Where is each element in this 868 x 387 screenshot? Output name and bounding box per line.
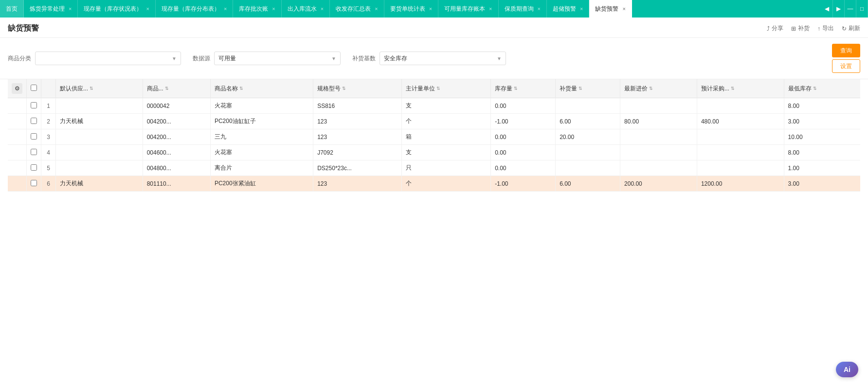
row-checkbox-cell[interactable] [27,176,41,192]
close-tab-available-ledger[interactable]: × [489,6,492,12]
close-tab-inventory-status[interactable]: × [146,6,149,12]
name-sort[interactable]: 商品名称 ⇅ [215,85,309,93]
estimated-purchase-sort[interactable]: 预计采购... ⇅ [701,85,780,93]
row-latest-price-cell [620,98,697,114]
replenish-icon: ⊞ [791,25,796,32]
row-num-cell: 1 [41,98,56,114]
close-tab-expiry-query[interactable]: × [538,6,541,12]
col-checkbox[interactable] [27,79,41,98]
row-name-cell: PC200张紧油缸 [210,176,313,192]
close-tab-batch-account[interactable]: × [272,6,275,12]
latest-price-sort[interactable]: 最新进价 ⇅ [624,85,693,93]
tab-expiry-query[interactable]: 保质期查询 × [499,0,547,18]
datasource-select[interactable]: 可用量 ▼ [214,52,341,65]
arrow-left-btn[interactable]: ◀ [821,0,833,18]
spec-sort[interactable]: 规格型号 ⇅ [317,85,398,93]
close-tab-order-stat[interactable]: × [429,6,432,12]
row-num-cell: 3 [41,129,56,145]
tab-order-stat[interactable]: 要货单统计表 × [384,0,438,18]
replenish-sort[interactable]: 补货量 ⇅ [560,85,616,93]
row-estimated-purchase-cell [697,98,784,114]
ai-badge[interactable]: Ai [836,362,858,377]
latest-price-sort-icon: ⇅ [649,86,653,91]
row-unit-cell: 个 [402,176,491,192]
settings-button[interactable]: 设置 [832,59,860,73]
row-replenish-cell [556,145,620,160]
row-supplier-cell: 力天机械 [56,176,143,192]
row-checkbox-cell[interactable] [27,160,41,176]
arrow-right-btn[interactable]: ▶ [833,0,845,18]
tab-inventory-status[interactable]: 现存量（库存状况表） × [78,0,155,18]
col-supplier[interactable]: 默认供应... ⇅ [56,79,143,98]
row-min-stock-cell: 8.00 [784,145,860,160]
tab-overstock[interactable]: 超储预警 × [547,0,589,18]
row-supplier-cell [56,160,143,176]
row-checkbox-3[interactable] [31,149,37,155]
tab-abnormal[interactable]: 炼货异常处理 × [24,0,78,18]
row-checkbox-4[interactable] [31,164,37,171]
query-button[interactable]: 查询 [832,44,860,57]
row-checkbox-5[interactable] [31,180,37,186]
close-tab-inventory-dist[interactable]: × [224,6,227,12]
row-min-stock-cell: 10.00 [784,129,860,145]
row-min-stock-cell: 3.00 [784,176,860,192]
row-checkbox-cell[interactable] [27,129,41,145]
select-all-checkbox[interactable] [31,85,37,91]
row-checkbox-0[interactable] [31,102,37,108]
tab-available-ledger[interactable]: 可用量库存账本 × [438,0,498,18]
row-checkbox-2[interactable] [31,133,37,140]
row-latest-price-cell: 200.00 [620,176,697,192]
row-spec-cell: DS250*23c... [313,160,402,176]
export-button[interactable]: ↑ 导出 [817,24,834,33]
close-tab-shortage[interactable]: × [622,6,625,12]
col-code[interactable]: 商品... ⇅ [143,79,210,98]
replenish-button[interactable]: ⊞ 补货 [791,24,810,33]
tab-collect-summary[interactable]: 收发存汇总表 × [330,0,384,18]
col-name[interactable]: 商品名称 ⇅ [210,79,313,98]
col-replenish[interactable]: 补货量 ⇅ [556,79,620,98]
row-settings-cell [8,176,27,192]
arrow-maximize-btn[interactable]: □ [856,0,868,18]
tab-batch-account[interactable]: 库存批次账 × [233,0,281,18]
tab-inventory-dist[interactable]: 现存量（库存分布表） × [156,0,233,18]
col-settings[interactable]: ⚙ [8,79,27,98]
min-stock-sort[interactable]: 最低库存 ⇅ [788,85,856,93]
top-navigation: 首页 炼货异常处理 × 现存量（库存状况表） × 现存量（库存分布表） × 库存… [0,0,868,18]
replenish-basis-value: 安全库存 [384,54,407,63]
refresh-button[interactable]: ↻ 刷新 [842,24,860,33]
col-spec[interactable]: 规格型号 ⇅ [313,79,402,98]
replenish-basis-select[interactable]: 安全库存 ▼ [380,52,506,65]
row-num-cell: 2 [41,114,56,129]
unit-sort[interactable]: 主计量单位 ⇅ [406,85,487,93]
col-stock[interactable]: 库存量 ⇅ [491,79,556,98]
col-min-stock[interactable]: 最低库存 ⇅ [784,79,860,98]
row-checkbox-cell[interactable] [27,98,41,114]
row-checkbox-cell[interactable] [27,145,41,160]
row-code-cell: 004200... [143,114,210,129]
category-select[interactable]: ▼ [35,52,181,65]
share-button[interactable]: ⤴ 分享 [767,24,783,33]
table-row: 5 004800... 离合片 DS250*23c... 只 0.00 1.00 [8,160,860,176]
code-sort[interactable]: 商品... ⇅ [147,85,206,93]
row-checkbox-1[interactable] [31,118,37,124]
supplier-sort[interactable]: 默认供应... ⇅ [60,85,139,93]
export-icon: ↑ [817,25,820,32]
row-checkbox-cell[interactable] [27,114,41,129]
col-estimated-purchase[interactable]: 预计采购... ⇅ [697,79,784,98]
close-tab-abnormal[interactable]: × [69,6,72,12]
filter-area: 商品分类 ▼ 数据源 可用量 ▼ 补货基数 安全库存 ▼ 查询 设置 [0,38,868,79]
tab-home[interactable]: 首页 [0,0,24,18]
tab-inout-flow[interactable]: 出入库流水 × [282,0,330,18]
col-unit[interactable]: 主计量单位 ⇅ [402,79,491,98]
close-tab-inout-flow[interactable]: × [321,6,324,12]
tab-shortage[interactable]: 缺货预警 × [589,0,632,18]
arrow-minimize-btn[interactable]: — [845,0,856,18]
stock-sort[interactable]: 库存量 ⇅ [495,85,551,93]
column-settings-icon[interactable]: ⚙ [12,83,22,94]
col-latest-price[interactable]: 最新进价 ⇅ [620,79,697,98]
row-code-cell: 004200... [143,129,210,145]
table-row: 2 力天机械 004200... PC200油缸缸子 123 个 -1.00 6… [8,114,860,129]
close-tab-collect-summary[interactable]: × [375,6,378,12]
close-tab-overstock[interactable]: × [580,6,583,12]
row-replenish-cell [556,160,620,176]
